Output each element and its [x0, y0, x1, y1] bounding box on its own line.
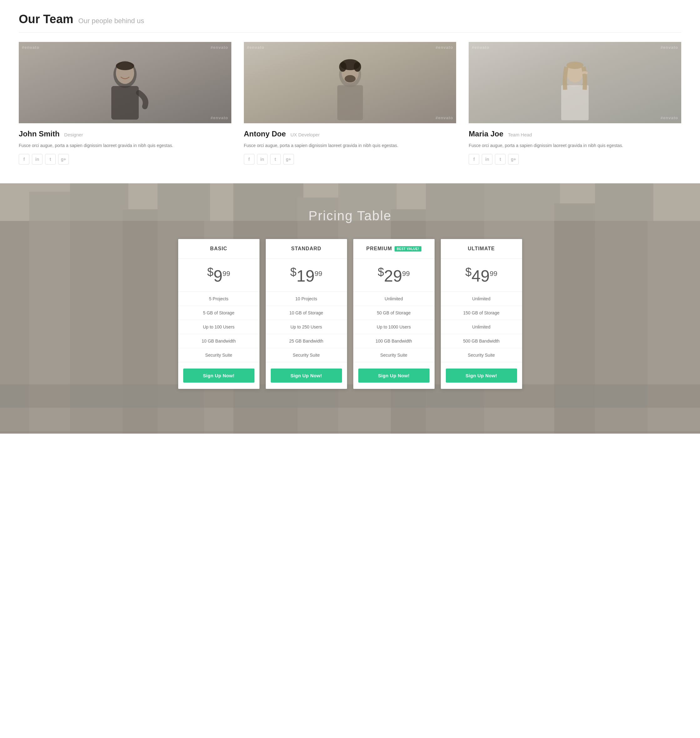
pricing-card-ultimate: ULTIMATE $4999 Unlimited 150 GB of Stora…: [441, 239, 522, 389]
section-header: Our Team Our people behind us: [19, 13, 681, 32]
twitter-icon-maria[interactable]: t: [495, 154, 506, 165]
team-photo-antony: #envato #envato #envato: [244, 42, 456, 123]
pricing-card-standard: STANDARD $1999 10 Projects 10 GB of Stor…: [266, 239, 347, 389]
google-icon-antony[interactable]: g+: [283, 154, 294, 165]
svg-point-9: [354, 62, 361, 72]
person-silhouette-john: [51, 50, 200, 123]
plan-feature-standard-5: Security Suite: [266, 348, 347, 362]
signup-button-basic[interactable]: Sign Up Now!: [183, 368, 254, 383]
member-bio-maria: Fusce orci augue, porta a sapien digniss…: [469, 142, 681, 149]
team-card-1: #envato #envato #envato: [19, 42, 231, 165]
team-grid: #envato #envato #envato: [19, 42, 681, 165]
facebook-icon-maria[interactable]: f: [469, 154, 479, 165]
plan-feature-premium-3: Up to 1000 Users: [353, 320, 435, 334]
svg-point-14: [566, 62, 584, 69]
plan-cta-standard: Sign Up Now!: [266, 362, 347, 389]
social-icons-john: f in t g+: [19, 154, 231, 165]
plan-name-standard: STANDARD: [271, 246, 342, 252]
svg-rect-1: [111, 86, 139, 119]
twitter-icon-john[interactable]: t: [45, 154, 56, 165]
price-amount-premium: $2999: [378, 267, 410, 285]
pricing-section: Pricing Table BASIC $999 5 Projects 5 GB…: [0, 183, 700, 434]
plan-feature-standard-3: Up to 250 Users: [266, 320, 347, 334]
pricing-content: Pricing Table BASIC $999 5 Projects 5 GB…: [13, 208, 687, 389]
plan-feature-basic-3: Up to 100 Users: [178, 320, 259, 334]
social-icons-antony: f in t g+: [244, 154, 456, 165]
best-value-badge: BEST VALUE!: [394, 246, 421, 252]
team-card-2: #envato #envato #envato: [244, 42, 456, 165]
plan-feature-basic-1: 5 Projects: [178, 292, 259, 306]
plan-cta-premium: Sign Up Now!: [353, 362, 435, 389]
plan-feature-standard-2: 10 GB of Storage: [266, 306, 347, 320]
plan-price-standard: $1999: [266, 259, 347, 292]
price-amount-basic: $999: [207, 267, 230, 285]
team-photo-john: #envato #envato #envato: [19, 42, 231, 123]
plan-feature-standard-1: 10 Projects: [266, 292, 347, 306]
linkedin-icon-antony[interactable]: in: [257, 154, 268, 165]
plan-feature-premium-1: Unlimited: [353, 292, 435, 306]
section-main-title: Our Team: [19, 13, 74, 26]
plan-feature-basic-5: Security Suite: [178, 348, 259, 362]
pricing-card-basic: BASIC $999 5 Projects 5 GB of Storage Up…: [178, 239, 259, 389]
member-name-john: John Smith Designer: [19, 130, 231, 138]
price-amount-ultimate: $4999: [465, 267, 497, 285]
pricing-grid: BASIC $999 5 Projects 5 GB of Storage Up…: [178, 239, 522, 389]
plan-header-ultimate: ULTIMATE: [441, 239, 522, 259]
plan-feature-ultimate-3: Unlimited: [441, 320, 522, 334]
svg-rect-5: [337, 85, 363, 120]
member-name-maria: Maria Joe Team Head: [469, 130, 681, 138]
person-figure-antony: [244, 42, 456, 123]
linkedin-icon-maria[interactable]: in: [482, 154, 493, 165]
plan-price-basic: $999: [178, 259, 259, 292]
signup-button-premium[interactable]: Sign Up Now!: [358, 368, 429, 383]
team-card-3: #envato #envato #envato: [469, 42, 681, 165]
svg-point-8: [339, 62, 346, 72]
svg-point-10: [344, 75, 356, 82]
svg-rect-12: [561, 85, 589, 120]
plan-name-ultimate: ULTIMATE: [446, 246, 517, 252]
facebook-icon-john[interactable]: f: [19, 154, 29, 165]
plan-name-basic: BASIC: [183, 246, 254, 252]
plan-price-ultimate: $4999: [441, 259, 522, 292]
plan-feature-ultimate-1: Unlimited: [441, 292, 522, 306]
plan-cta-basic: Sign Up Now!: [178, 362, 259, 389]
plan-feature-premium-5: Security Suite: [353, 348, 435, 362]
plan-feature-basic-2: 5 GB of Storage: [178, 306, 259, 320]
section-subtitle: Our people behind us: [78, 17, 144, 25]
svg-point-3: [116, 62, 134, 70]
plan-header-basic: BASIC: [178, 239, 259, 259]
plan-feature-premium-2: 50 GB of Storage: [353, 306, 435, 320]
google-icon-john[interactable]: g+: [58, 154, 69, 165]
plan-feature-ultimate-2: 150 GB of Storage: [441, 306, 522, 320]
member-name-antony: Antony Doe UX Developer: [244, 130, 456, 138]
plan-cta-ultimate: Sign Up Now!: [441, 362, 522, 389]
svg-rect-32: [0, 431, 700, 434]
linkedin-icon-john[interactable]: in: [32, 154, 43, 165]
pricing-card-premium: PREMIUM BEST VALUE! $2999 Unlimited 50 G…: [353, 239, 435, 389]
plan-header-premium: PREMIUM BEST VALUE!: [353, 239, 435, 259]
person-silhouette-maria: [500, 50, 649, 123]
plan-price-premium: $2999: [353, 259, 435, 292]
plan-feature-ultimate-4: 500 GB Bandwidth: [441, 334, 522, 348]
team-photo-maria: #envato #envato #envato: [469, 42, 681, 123]
signup-button-ultimate[interactable]: Sign Up Now!: [446, 368, 517, 383]
pricing-title: Pricing Table: [13, 208, 687, 223]
twitter-icon-antony[interactable]: t: [270, 154, 281, 165]
signup-button-standard[interactable]: Sign Up Now!: [271, 368, 342, 383]
plan-feature-ultimate-5: Security Suite: [441, 348, 522, 362]
member-bio-antony: Fusce orci augue, porta a sapien digniss…: [244, 142, 456, 149]
person-figure-maria: [469, 42, 681, 123]
price-amount-standard: $1999: [290, 267, 322, 285]
member-bio-john: Fusce orci augue, porta a sapien digniss…: [19, 142, 231, 149]
person-figure-john: [19, 42, 231, 123]
facebook-icon-antony[interactable]: f: [244, 154, 254, 165]
plan-feature-premium-4: 100 GB Bandwidth: [353, 334, 435, 348]
team-section: Our Team Our people behind us #envato #e…: [0, 0, 700, 183]
plan-header-standard: STANDARD: [266, 239, 347, 259]
google-icon-maria[interactable]: g+: [508, 154, 519, 165]
social-icons-maria: f in t g+: [469, 154, 681, 165]
plan-name-premium: PREMIUM BEST VALUE!: [358, 246, 429, 252]
plan-feature-basic-4: 10 GB Bandwidth: [178, 334, 259, 348]
person-silhouette-antony: [276, 50, 425, 123]
plan-feature-standard-4: 25 GB Bandwidth: [266, 334, 347, 348]
